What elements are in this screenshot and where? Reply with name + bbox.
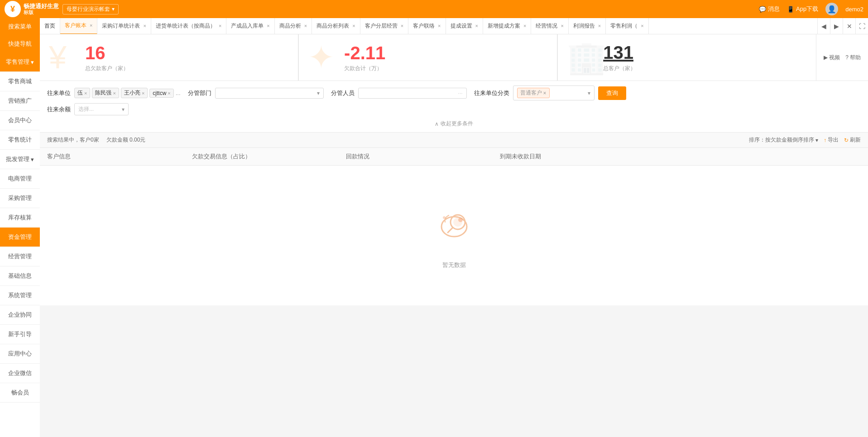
tag-close-wu[interactable]: × [84, 90, 87, 96]
tab-close-customer-contact[interactable]: × [438, 24, 441, 28]
help-button[interactable]: ? 帮助 [845, 54, 861, 62]
tabs-bar: 首页 客户账本 × 采购订单统计表 × 进货单统计表（按商品） × 产成品入库单… [40, 18, 868, 34]
svg-point-4 [458, 218, 463, 222]
message-button[interactable]: 💬 消息 [759, 5, 780, 13]
stat-total-customers: ¥ 16 总欠款客户（家） [40, 34, 298, 81]
tab-close-operations-status[interactable]: × [561, 24, 563, 28]
results-actions: 排序：按欠款金额倒序排序 ▾ ↑ 导出 ↻ 刷新 [749, 136, 861, 144]
sort-selector[interactable]: 排序：按欠款金额倒序排序 ▾ [749, 136, 818, 144]
tag-close-wang[interactable]: × [142, 90, 144, 96]
app-download-button[interactable]: 📱 App下载 [787, 5, 818, 13]
filter-tag-selected-unittype[interactable]: 普通客户 × [517, 88, 550, 98]
tab-close-all[interactable]: ✕ [843, 18, 855, 34]
sidebar-item-newbie[interactable]: 新手引导 [0, 325, 40, 344]
filter-unittype-select[interactable]: 普通客户 × ▾ [513, 86, 595, 100]
query-button[interactable]: 查询 [598, 86, 626, 100]
sort-chevron-icon: ▾ [815, 137, 818, 143]
tab-operations-status[interactable]: 经营情况 × [531, 18, 568, 34]
filter-unit-tags: 伍 × 陈民强 × 王小亮 × [74, 88, 181, 98]
tab-cost-entry[interactable]: 产成品入库单 × [226, 18, 274, 34]
tab-promotion-settings[interactable]: 提成设置 × [446, 18, 483, 34]
sidebar-item-wechat[interactable]: 企业微信 [0, 364, 40, 383]
tag-close-cjttcw[interactable]: × [168, 90, 170, 96]
tab-close-promotion-settings[interactable]: × [475, 24, 478, 28]
collapse-button[interactable]: ∧ 收起更多条件 [47, 118, 861, 128]
tab-product-analysis[interactable]: 商品分析 × [275, 18, 312, 34]
refresh-button[interactable]: ↻ 刷新 [844, 136, 861, 144]
tab-inventory-stats[interactable]: 进货单统计表（按商品） × [151, 18, 226, 34]
tag-close-chen[interactable]: × [113, 90, 115, 96]
tab-close-new-promotion[interactable]: × [523, 24, 526, 28]
tab-home[interactable]: 首页 [40, 18, 60, 34]
sidebar-item-funds[interactable]: 资金管理 [0, 228, 40, 247]
avatar[interactable]: 👤 [825, 3, 838, 15]
sidebar-item-marketing[interactable]: 营销推广 [0, 91, 40, 111]
tab-profit-report[interactable]: 利润报告 × [569, 18, 606, 34]
empty-icon [432, 202, 477, 256]
sidebar-item-system[interactable]: 系统管理 [0, 286, 40, 305]
sidebar-item-batch-mgmt[interactable]: 批发管理▾ [0, 150, 40, 169]
sidebar-item-appcenter[interactable]: 应用中心 [0, 344, 40, 364]
sidebar-item-retail-mall[interactable]: 零售商城 [0, 72, 40, 91]
filter-person-select[interactable]: ··· [358, 88, 467, 99]
tab-purchase-order[interactable]: 采购订单统计表 × [97, 18, 151, 34]
svg-point-5 [443, 216, 446, 219]
tab-close-customer-tier[interactable]: × [401, 24, 403, 28]
tab-close-profit-report[interactable]: × [598, 24, 601, 28]
filter-tag-wu[interactable]: 伍 × [74, 88, 90, 98]
tab-scroll-left[interactable]: ◀ [817, 18, 830, 34]
tab-scroll-right[interactable]: ▶ [830, 18, 843, 34]
filter-balance-select[interactable]: 选择... ▾ [74, 103, 129, 115]
tab-close-product-analysis[interactable]: × [304, 24, 307, 28]
tabs-actions: ◀ ▶ ✕ ⛶ [817, 18, 868, 34]
logo-text: 畅捷通好生意 标版 [24, 3, 59, 16]
sidebar-item-purchase[interactable]: 采购管理 [0, 189, 40, 208]
data-table: 客户信息 欠款交易信息（占比） 回款情况 到期未收款日期 [40, 148, 868, 305]
sidebar-quicknav[interactable]: 快捷导航 [0, 35, 40, 52]
filter-tag-cjttcw[interactable]: cjttcw × [149, 89, 173, 98]
tab-customer-capital[interactable]: 客户账本 × [60, 18, 97, 34]
sidebar-item-member[interactable]: 会员中心 [0, 111, 40, 130]
col-header-customer: 客户信息 [47, 152, 192, 161]
filter-row-2: 往来余额 选择... ▾ [47, 103, 861, 115]
filter-tag-wang[interactable]: 王小亮 × [121, 88, 148, 98]
filter-unittype-label: 往来单位分类 [474, 89, 509, 97]
tab-retail-profit[interactable]: 零售利润（ × [606, 18, 648, 34]
stat-value-debt: -2.11 [344, 43, 385, 63]
filter-dept-select[interactable]: ▾ [215, 88, 324, 99]
tab-close-cost-entry[interactable]: × [267, 24, 269, 28]
video-help-button[interactable]: ▶ 视频 [824, 54, 840, 62]
sidebar-item-vip[interactable]: 畅会员 [0, 383, 40, 403]
sidebar-item-operations[interactable]: 经营管理 [0, 247, 40, 266]
results-info: 搜索结果中，客户0家 欠款金额 0.00元 [47, 136, 145, 144]
tab-close-inventory-stats[interactable]: × [219, 24, 221, 28]
tab-close-purchase-order[interactable]: × [143, 24, 146, 28]
sidebar-item-retail-stats[interactable]: 零售统计 [0, 130, 40, 150]
filter-balance-label: 往来余额 [47, 105, 71, 114]
tab-customer-contact[interactable]: 客户联络 × [408, 18, 446, 34]
company-dropdown[interactable]: 母婴行业演示帐套 ▾ [62, 4, 119, 14]
filter-unit-label: 往来单位 [47, 89, 71, 97]
tab-close-retail-profit[interactable]: × [641, 24, 643, 28]
sidebar-item-inventory[interactable]: 库存核算 [0, 208, 40, 228]
tag-close-unittype[interactable]: × [543, 90, 547, 96]
export-button[interactable]: ↑ 导出 [824, 136, 839, 144]
stat-label-debt: 欠款合计（万） [344, 65, 382, 72]
results-debt-total: 欠款金额 0.00元 [106, 136, 146, 144]
tab-fullscreen[interactable]: ⛶ [855, 18, 868, 34]
tab-customer-tier[interactable]: 客户分层经营 × [360, 18, 408, 34]
sidebar-item-enterprise[interactable]: 企业协同 [0, 305, 40, 325]
stats-bar: ¥ 16 总欠款客户（家） ✦ -2.11 欠款合计（万） 🏢 131 [40, 34, 868, 81]
sidebar-item-basics[interactable]: 基础信息 [0, 266, 40, 286]
sidebar-search[interactable]: 搜索菜单 [0, 18, 40, 35]
tab-product-analysis-list[interactable]: 商品分析列表 × [312, 18, 360, 34]
filter-more-units[interactable]: ... [176, 90, 181, 96]
filter-tag-chen[interactable]: 陈民强 × [92, 88, 119, 98]
tab-close-customer-capital[interactable]: × [90, 23, 92, 28]
tab-new-promotion[interactable]: 新增提成方案 × [483, 18, 531, 34]
sidebar-item-retail-mgmt[interactable]: 零售管理 ▾ [0, 52, 40, 72]
tab-close-product-analysis-list[interactable]: × [352, 24, 355, 28]
stat-label-clients: 总客户（家） [603, 65, 636, 72]
sidebar-item-ecommerce[interactable]: 电商管理 [0, 169, 40, 189]
filter-person-label: 分管人员 [331, 89, 355, 97]
